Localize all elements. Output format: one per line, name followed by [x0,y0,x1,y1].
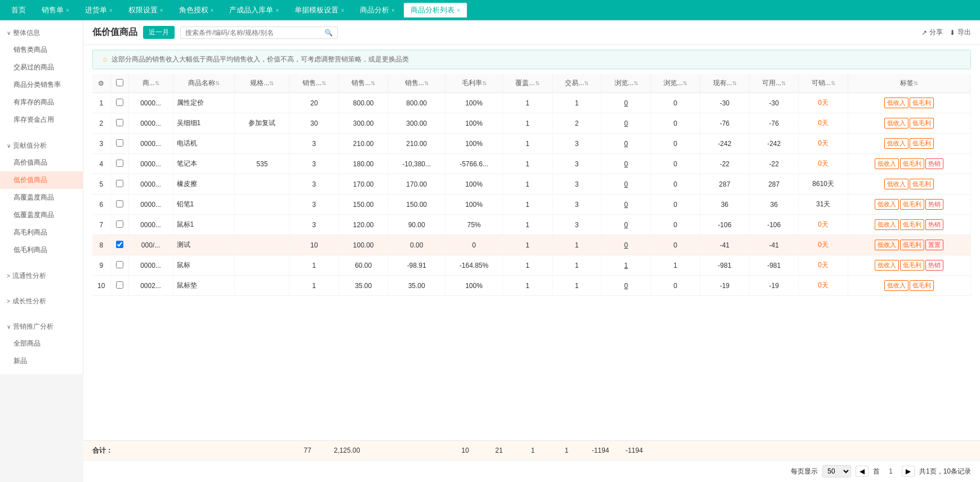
sidebar-item-new-goods[interactable]: 新品 [0,352,83,370]
next-page-button[interactable]: ▶ [902,466,915,477]
first-page-button[interactable]: ◀ [856,466,868,477]
footer-coverage: 10 [448,445,482,456]
cell-view1[interactable]: 0 [602,154,651,174]
sidebar-item-traded-goods[interactable]: 交易过的商品 [0,59,83,76]
cell-name[interactable]: 笔记本 [173,154,235,174]
cell-name[interactable]: 属性定价 [173,93,235,113]
nav-role[interactable]: 角色授权 × [172,3,221,17]
select-all-checkbox[interactable] [116,79,123,86]
sidebar-item-stock-goods[interactable]: 有库存的商品 [0,94,83,111]
row-checkbox[interactable] [116,281,123,289]
nav-analysis-list-close[interactable]: × [457,7,460,14]
col-view1[interactable]: 浏览...⇅ [602,74,651,93]
cell-view1[interactable]: 0 [602,93,651,113]
cell-name[interactable]: 吴细细1 [173,113,235,134]
cell-view1[interactable]: 0 [602,174,651,194]
nav-permission-close[interactable]: × [160,7,163,14]
nav-sales-close[interactable]: × [66,7,69,14]
sidebar-item-high-coverage[interactable]: 高覆盖度商品 [0,189,83,206]
col-name[interactable]: 商品名称⇅ [173,74,235,93]
chevron-right-icon-2: > [7,298,10,304]
cell-name[interactable]: 测试 [173,235,235,255]
per-page-select[interactable]: 50 20 100 [822,465,851,477]
col-view2[interactable]: 浏览...⇅ [651,74,700,93]
cell-view1[interactable]: 0 [602,134,651,154]
row-checkbox[interactable] [116,200,123,207]
search-box: 🔍 [180,26,338,39]
col-margin[interactable]: 毛利率⇅ [445,74,502,93]
row-checkbox[interactable] [116,139,123,147]
cell-name[interactable]: 橡皮擦 [173,174,235,194]
footer-available: -1194 [617,445,651,456]
col-code[interactable]: 商...⇅ [128,74,173,93]
cell-checkbox [110,276,128,296]
cell-name[interactable]: 鼠标垫 [173,276,235,296]
nav-analysis[interactable]: 商品分析 × [353,3,402,17]
nav-stock[interactable]: 产成品入库单 × [222,3,286,17]
nav-purchase[interactable]: 进货单 × [78,3,119,17]
cell-view1[interactable]: 0 [602,235,651,255]
sidebar-item-high-margin[interactable]: 高毛利商品 [0,224,83,241]
cell-view1[interactable]: 0 [602,276,651,296]
sidebar-section-flow-title[interactable]: > 流通性分析 [0,268,83,284]
cell-name[interactable]: 电话机 [173,134,235,154]
cell-view1[interactable]: 1 [602,255,651,276]
sidebar-item-sales-goods[interactable]: 销售类商品 [0,41,83,59]
sidebar-item-high-value[interactable]: 高价值商品 [0,154,83,171]
row-checkbox[interactable] [116,99,123,106]
col-spec[interactable]: 规格...⇅ [235,74,289,93]
row-checkbox[interactable] [116,220,123,228]
cell-sale-amount: 170.00 [388,174,445,194]
nav-stock-close[interactable]: × [275,7,279,14]
share-button[interactable]: ↗ 分享 [921,28,943,37]
nav-template[interactable]: 单据模板设置 × [288,3,351,17]
cell-tags: 低收入低毛利热销 [848,255,970,276]
row-checkbox[interactable] [116,180,123,187]
export-button[interactable]: ⬇ 导出 [950,28,971,37]
col-sale-qty[interactable]: 销售...⇅ [289,74,339,93]
sidebar-section-overview-title[interactable]: ∨ 整体信息 [0,25,83,41]
settings-icon[interactable]: ⚙ [98,79,104,87]
cell-view1[interactable]: 0 [602,215,651,235]
nav-analysis-close[interactable]: × [391,7,395,14]
nav-purchase-close[interactable]: × [109,7,113,14]
search-input[interactable] [185,29,321,37]
sidebar-item-low-value[interactable]: 低价值商品 [0,171,83,189]
nav-permission[interactable]: 权限设置 × [122,3,170,17]
cell-view1[interactable]: 0 [602,194,651,215]
date-filter-button[interactable]: 近一月 [143,26,175,39]
nav-analysis-list[interactable]: 商品分析列表 × [404,3,467,17]
nav-home[interactable]: 首页 [5,3,33,17]
cell-name[interactable]: 铅笔1 [173,194,235,215]
sidebar-item-category-rate[interactable]: 商品分类销售率 [0,76,83,94]
nav-template-close[interactable]: × [341,7,344,14]
row-checkbox[interactable] [116,261,123,268]
col-sale-amount[interactable]: 销售...⇅ [388,74,445,93]
row-checkbox[interactable] [116,241,123,248]
row-checkbox[interactable] [116,160,123,167]
sidebar-item-low-coverage[interactable]: 低覆盖度商品 [0,206,83,224]
row-checkbox[interactable] [116,119,123,126]
col-sale-price[interactable]: 销售...⇅ [338,74,388,93]
cell-available: -41 [749,235,799,255]
col-transaction[interactable]: 交易...⇅ [552,74,602,93]
col-saleable[interactable]: 可销...⇅ [799,74,848,93]
cell-name[interactable]: 鼠标 [173,255,235,276]
col-available[interactable]: 可用...⇅ [749,74,799,93]
col-coverage[interactable]: 覆盖...⇅ [503,74,553,93]
nav-sales[interactable]: 销售单 × [35,3,76,17]
cell-name[interactable]: 鼠标1 [173,215,235,235]
sidebar-section-contribution-title[interactable]: ∨ 贡献值分析 [0,138,83,154]
col-tags[interactable]: 标签⇅ [848,74,970,93]
nav-role-close[interactable]: × [211,7,214,14]
sidebar-item-low-margin[interactable]: 低毛利商品 [0,241,83,259]
col-current[interactable]: 现有...⇅ [700,74,750,93]
cell-view1[interactable]: 0 [602,113,651,134]
col-settings[interactable]: ⚙ [92,74,110,93]
search-icon[interactable]: 🔍 [324,29,333,37]
sidebar-section-marketing-title[interactable]: ∨ 营销推广分析 [0,319,83,335]
sidebar-section-growth-title[interactable]: > 成长性分析 [0,293,83,309]
sidebar-item-all-goods[interactable]: 全部商品 [0,335,83,352]
tag: 低收入 [875,199,899,210]
sidebar-item-stock-fund[interactable]: 库存资金占用 [0,111,83,129]
